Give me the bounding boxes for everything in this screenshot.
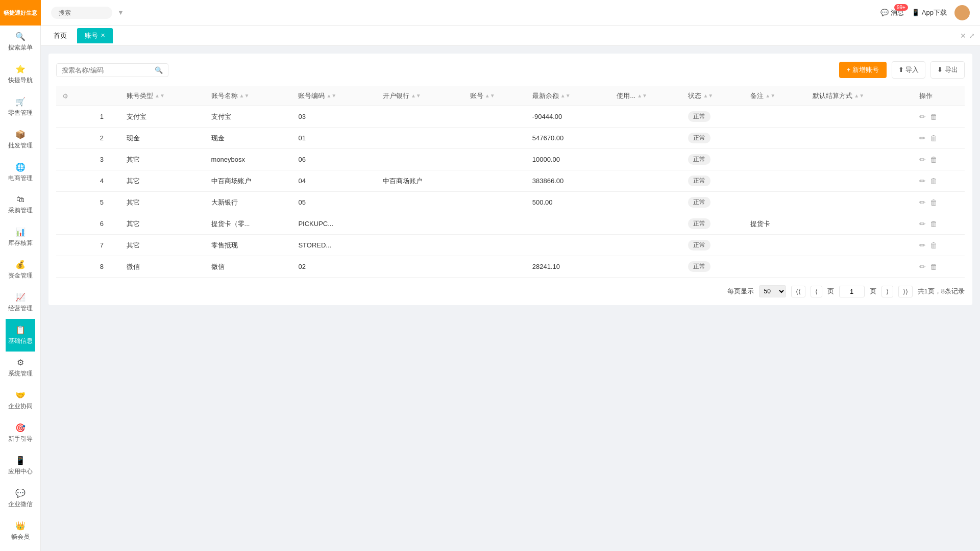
delete-button-8[interactable]: 🗑: [930, 262, 938, 271]
edit-button-2[interactable]: ✏: [919, 134, 926, 143]
cell-status-8: 正常: [682, 256, 744, 278]
tab-home[interactable]: 首页: [46, 28, 75, 43]
sidebar-icon-wholesale-mgmt: 📦: [15, 130, 26, 139]
cell-action-7: ✏ 🗑: [913, 235, 965, 256]
prev-page-button[interactable]: ⟨: [811, 286, 822, 297]
search-icon[interactable]: 🔍: [155, 66, 163, 74]
close-window-icon[interactable]: ✕: [960, 32, 966, 40]
cell-settings-8: [56, 256, 94, 278]
cell-payment-2: [806, 128, 913, 149]
header-search-input[interactable]: [51, 7, 112, 19]
col-type[interactable]: 账号类型▲▼: [120, 86, 205, 106]
app-download-button[interactable]: 📱 App下载: [912, 8, 947, 17]
table-row: 3 其它 moneybosx 06 10000.00 正常 ✏ 🗑: [56, 149, 965, 170]
tab-account[interactable]: 账号✕: [77, 28, 113, 43]
table-row: 1 支付宝 支付宝 03 -90444.00 正常 ✏ 🗑: [56, 106, 965, 128]
last-page-button[interactable]: ⟩⟩: [898, 286, 913, 297]
search-box: 🔍: [56, 63, 168, 77]
sidebar-item-system-mgmt[interactable]: ⚙系统管理: [6, 352, 35, 384]
sidebar-item-retail-mgmt[interactable]: 🛒零售管理: [6, 91, 35, 123]
col-remark[interactable]: 备注▲▼: [744, 86, 806, 106]
sidebar-item-ecom-mgmt[interactable]: 🌐电商管理: [6, 156, 35, 189]
delete-button-6[interactable]: 🗑: [930, 219, 938, 228]
cell-balance-8: 28241.10: [526, 256, 611, 278]
col-action: 操作: [913, 86, 965, 106]
col-settings[interactable]: ⚙: [56, 86, 94, 106]
sidebar-item-purchase-mgmt[interactable]: 🛍采购管理: [6, 189, 35, 221]
search-input[interactable]: [62, 66, 155, 74]
maximize-window-icon[interactable]: ⤢: [969, 32, 975, 40]
cell-usage-1: [610, 106, 682, 128]
col-default-payment[interactable]: 默认结算方式▲▼: [806, 86, 913, 106]
sidebar-label-operations: 经营管理: [8, 304, 33, 313]
header-dropdown-icon[interactable]: ▼: [117, 9, 124, 16]
edit-button-8[interactable]: ✏: [919, 262, 926, 271]
settings-icon[interactable]: ⚙: [62, 92, 68, 100]
avatar[interactable]: [954, 5, 970, 20]
sidebar-label-search-menu: 搜索菜单: [8, 43, 33, 52]
sidebar-label-enterprise-agreement: 企业协同: [8, 402, 33, 411]
edit-button-3[interactable]: ✏: [919, 155, 926, 164]
edit-button-5[interactable]: ✏: [919, 198, 926, 207]
col-bank[interactable]: 开户银行▲▼: [377, 86, 464, 106]
delete-button-3[interactable]: 🗑: [930, 155, 938, 164]
cell-balance-4: 383866.00: [526, 170, 611, 192]
delete-button-7[interactable]: 🗑: [930, 241, 938, 249]
export-button[interactable]: ⬇ 导出: [930, 61, 965, 79]
message-button[interactable]: 💬 消息 99+: [880, 8, 904, 17]
delete-button-4[interactable]: 🗑: [930, 177, 938, 185]
cell-status-7: 正常: [682, 235, 744, 256]
delete-button-2[interactable]: 🗑: [930, 134, 938, 142]
sidebar-item-app-center[interactable]: 📱应用中心: [6, 449, 35, 482]
cell-name-2: 现金: [205, 128, 292, 149]
cell-code-2: 01: [292, 128, 377, 149]
cell-num-2: 2: [94, 128, 120, 149]
sidebar-item-finance[interactable]: 💰资金管理: [6, 254, 35, 286]
sidebar-item-guide[interactable]: 🎯新手引导: [6, 417, 35, 449]
sidebar-label-guide: 新手引导: [8, 435, 33, 443]
cell-settings-6: [56, 213, 94, 235]
cell-remark-5: [744, 192, 806, 213]
cell-type-3: 其它: [120, 149, 205, 170]
cell-settings-2: [56, 128, 94, 149]
table-row: 8 微信 微信 02 28241.10 正常 ✏ 🗑: [56, 256, 965, 278]
col-code[interactable]: 账号编码▲▼: [292, 86, 377, 106]
tab-close-account[interactable]: ✕: [101, 32, 105, 39]
edit-button-6[interactable]: ✏: [919, 219, 926, 229]
edit-button-1[interactable]: ✏: [919, 112, 926, 121]
sidebar-item-operations[interactable]: 📈经营管理: [6, 286, 35, 319]
cell-type-2: 现金: [120, 128, 205, 149]
col-status[interactable]: 状态▲▼: [682, 86, 744, 106]
sidebar-item-enterprise-wechat[interactable]: 💬企业微信: [6, 482, 35, 515]
edit-button-4[interactable]: ✏: [919, 177, 926, 186]
sidebar-item-member[interactable]: 👑畅会员: [6, 515, 35, 547]
cell-code-6: PICKUPC...: [292, 213, 377, 235]
edit-button-7[interactable]: ✏: [919, 241, 926, 250]
page-input[interactable]: [839, 286, 865, 297]
sidebar-item-inventory[interactable]: 📊库存核算: [6, 221, 35, 254]
sidebar-item-enterprise-agreement[interactable]: 🤝企业协同: [6, 384, 35, 417]
sidebar-item-basic-info[interactable]: 📋基础信息: [6, 319, 35, 352]
per-page-select[interactable]: 50 100 200: [759, 285, 786, 297]
add-account-button[interactable]: + 新增账号: [839, 62, 887, 78]
delete-button-1[interactable]: 🗑: [930, 112, 938, 121]
sidebar-item-search-menu[interactable]: 🔍搜索菜单: [6, 26, 35, 58]
col-account[interactable]: 账号▲▼: [464, 86, 526, 106]
col-usage[interactable]: 使用...▲▼: [610, 86, 682, 106]
import-button[interactable]: ⬆ 导入: [892, 61, 926, 79]
tab-label-home: 首页: [54, 31, 67, 40]
cell-balance-1: -90444.00: [526, 106, 611, 128]
sidebar-item-quick-nav[interactable]: ⭐快捷导航: [6, 58, 35, 91]
cell-account-1: [464, 106, 526, 128]
col-balance[interactable]: 最新余额▲▼: [526, 86, 611, 106]
sidebar-label-purchase-mgmt: 采购管理: [8, 206, 33, 215]
cell-account-6: [464, 213, 526, 235]
col-name[interactable]: 账号名称▲▼: [205, 86, 292, 106]
first-page-button[interactable]: ⟨⟨: [791, 286, 805, 297]
cell-account-7: [464, 235, 526, 256]
sidebar-item-wholesale-mgmt[interactable]: 📦批发管理: [6, 123, 35, 156]
cell-type-4: 其它: [120, 170, 205, 192]
cell-usage-5: [610, 192, 682, 213]
next-page-button[interactable]: ⟩: [881, 286, 893, 297]
delete-button-5[interactable]: 🗑: [930, 198, 938, 207]
